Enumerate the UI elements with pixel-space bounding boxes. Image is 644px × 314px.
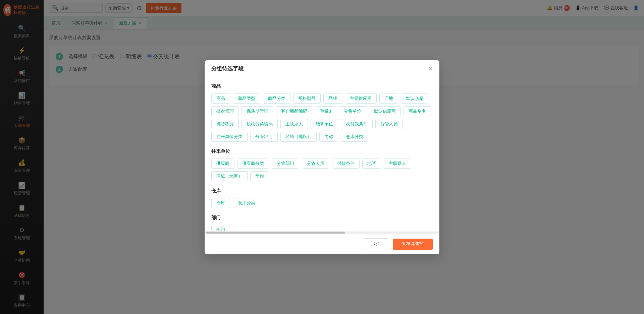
field-partner-region[interactable]: 区域（地区） xyxy=(211,171,248,181)
field-retail-unit[interactable]: 零售单位 xyxy=(339,106,366,116)
modal-close-button[interactable]: ✕ xyxy=(428,66,433,72)
field-warehouse[interactable]: 仓库 xyxy=(211,198,230,208)
field-origin[interactable]: 产地 xyxy=(379,93,398,104)
field-pick-points[interactable]: 拣货积分 xyxy=(211,119,239,129)
section-partner-title: 往来单位 xyxy=(211,148,433,154)
section-department-title: 部门 xyxy=(211,215,433,221)
field-product-spec[interactable]: 规格型号 xyxy=(293,93,321,104)
field-pay-condition[interactable]: 付款条件 xyxy=(332,159,360,169)
section-product-fields: 商品 商品类型 商品分类 规格型号 品牌 主要供应商 产地 默认仓库 批次管理 … xyxy=(211,93,433,142)
section-product-title: 商品 xyxy=(211,83,433,89)
modal-overlay: 分组待选字段 ✕ 商品 商品 商品类型 商品分类 规格型号 品牌 主要供应商 产… xyxy=(0,0,644,314)
field-warehouse-category[interactable]: 仓库分类 xyxy=(341,132,368,142)
confirm-button[interactable]: 保存并查询 xyxy=(393,239,433,250)
field-customer-code[interactable]: 客户商品编码 xyxy=(276,106,312,116)
field-region[interactable]: 区域（地区） xyxy=(280,132,317,142)
field-default-supplier[interactable]: 默认供应商 xyxy=(369,106,401,116)
field-batch-mgmt[interactable]: 批次管理 xyxy=(211,106,239,116)
modal-header: 分组待选字段 ✕ xyxy=(205,60,439,78)
section-warehouse: 仓库 仓库 仓库分类 xyxy=(211,188,433,208)
field-product-category[interactable]: 商品分类 xyxy=(263,93,290,104)
field-default-warehouse[interactable]: 默认仓库 xyxy=(401,93,428,104)
field-contact-category[interactable]: 往来单位分类 xyxy=(211,132,248,142)
section-partner-fields: 供应商 供应商分类 分管部门 分管人员 付款条件 地区 主联系人 区域（地区） … xyxy=(211,159,433,181)
modal-horizontal-scrollbar[interactable] xyxy=(205,231,439,234)
section-partner: 往来单位 供应商 供应商分类 分管部门 分管人员 付款条件 地区 主联系人 区域… xyxy=(211,148,433,181)
field-area[interactable]: 地区 xyxy=(362,159,381,169)
field-dept[interactable]: 分管部门 xyxy=(250,132,278,142)
section-department-fields: 部门 xyxy=(211,225,433,231)
field-partner-abbr[interactable]: 简称 xyxy=(250,171,269,181)
field-product[interactable]: 商品 xyxy=(211,93,230,104)
field-partner-supervisor[interactable]: 分管人员 xyxy=(302,159,329,169)
field-supervisor[interactable]: 分管人员 xyxy=(375,119,403,129)
field-payment-terms[interactable]: 收付款条件 xyxy=(341,119,373,129)
modal-footer: 取消 保存并查询 xyxy=(205,234,439,254)
field-supplier[interactable]: 供应商 xyxy=(211,159,234,169)
field-select-modal: 分组待选字段 ✕ 商品 商品 商品类型 商品分类 规格型号 品牌 主要供应商 产… xyxy=(205,60,439,254)
field-product-type[interactable]: 商品类型 xyxy=(233,93,260,104)
field-abbr[interactable]: 简称 xyxy=(319,132,338,142)
modal-title: 分组待选字段 xyxy=(211,65,244,72)
field-product-alias[interactable]: 商品别名 xyxy=(404,106,431,116)
section-warehouse-title: 仓库 xyxy=(211,188,433,194)
field-supplier-category[interactable]: 供应商分类 xyxy=(237,159,269,169)
cancel-button[interactable]: 取消 xyxy=(363,238,389,250)
field-tax-code[interactable]: 税收分类编码 xyxy=(241,119,278,129)
field-expiry-mgmt[interactable]: 保质期管理 xyxy=(241,106,273,116)
section-product: 商品 商品 商品类型 商品分类 规格型号 品牌 主要供应商 产地 默认仓库 批次… xyxy=(211,83,433,142)
field-partner-dept[interactable]: 分管部门 xyxy=(272,159,299,169)
field-partner-main-contact[interactable]: 主联系人 xyxy=(384,159,411,169)
field-main-supplier[interactable]: 主要供应商 xyxy=(345,93,377,104)
field-department[interactable]: 部门 xyxy=(211,225,230,231)
field-main-contact[interactable]: 主联系人 xyxy=(280,119,308,129)
field-settlement-unit[interactable]: 结算单位 xyxy=(311,119,338,129)
section-warehouse-fields: 仓库 仓库分类 xyxy=(211,198,433,208)
section-department: 部门 部门 xyxy=(211,215,433,231)
field-product-brand[interactable]: 品牌 xyxy=(323,93,342,104)
modal-body: 商品 商品 商品类型 商品分类 规格型号 品牌 主要供应商 产地 默认仓库 批次… xyxy=(205,78,439,231)
field-warehouse-cat[interactable]: 仓库分类 xyxy=(233,198,260,208)
field-weight3[interactable]: 重量3 xyxy=(315,106,336,116)
